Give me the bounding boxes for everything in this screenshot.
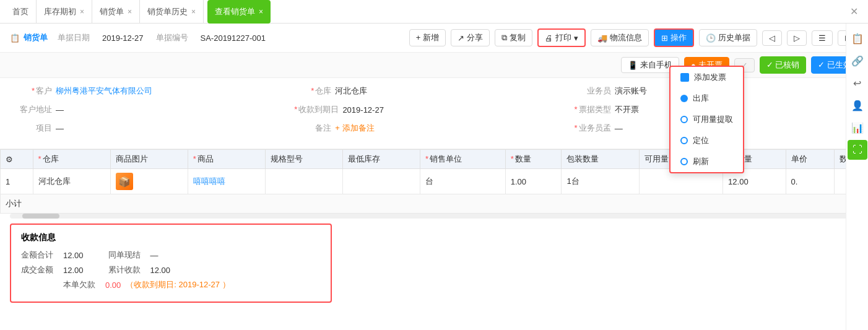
row-warehouse: 河北仓库 — [33, 169, 110, 194]
view-list[interactable]: ☰ — [812, 30, 833, 46]
tab-sales-history-label: 销货单历史 — [147, 6, 188, 17]
project-label: 项目 — [15, 123, 52, 134]
copy-button[interactable]: ⧉ 复制 — [495, 29, 532, 46]
tab-sales-close[interactable]: × — [128, 7, 132, 16]
customer-value[interactable]: 柳州粤港平安气体有限公司 — [56, 85, 294, 97]
tab-sales[interactable]: 销货单 × — [92, 0, 140, 24]
tab-home[interactable]: 首页 — [5, 0, 37, 24]
salesperson-label: 业务员孟 — [574, 123, 611, 134]
scroll-bar-area[interactable] — [10, 214, 858, 219]
total-amount-value: 12.00 — [63, 251, 84, 260]
scroll-bar-thumb[interactable] — [22, 214, 59, 219]
warehouse-label: 仓库 — [294, 85, 331, 97]
right-sidebar: 📋 🔗 ↩ 👤 📊 ⛶ — [846, 24, 868, 330]
sale-return-btn[interactable]: ✓ 已核销 — [760, 56, 807, 74]
sidebar-icon-chart[interactable]: 📊 — [848, 118, 867, 137]
sidebar-icon-user[interactable]: 👤 — [848, 95, 867, 115]
tab-view-sales-close[interactable]: × — [259, 7, 263, 16]
tab-inventory[interactable]: 库存期初 × — [37, 0, 92, 24]
transaction-value: 12.00 — [63, 266, 84, 275]
row-quantity: 1.00 — [505, 169, 562, 194]
locate-item[interactable]: 定位 — [671, 130, 743, 151]
tab-view-sales-label: 查看销货单 — [215, 6, 255, 17]
due-date-info: （收款到期日: 2019-12-27 ） — [126, 279, 230, 290]
outbound-item[interactable]: 出库 — [671, 88, 743, 109]
refresh-item[interactable]: 刷新 — [671, 151, 743, 172]
tab-sales-history[interactable]: 销货单历史 × — [140, 0, 204, 24]
th-unit-price: 单价 — [786, 150, 834, 169]
sidebar-icon-return[interactable]: ↩ — [848, 73, 867, 93]
warehouse-field: 仓库 河北仓库 — [294, 85, 573, 97]
sidebar-icon-expand[interactable]: ⛶ — [848, 140, 867, 160]
tab-inventory-label: 库存期初 — [44, 6, 76, 17]
logistics-icon: 🚚 — [597, 33, 607, 43]
total-amount-label: 金额合计 — [21, 250, 58, 261]
phone-icon: 📱 — [628, 61, 638, 70]
th-settings[interactable]: ⚙ — [1, 150, 33, 169]
number-value: SA-20191227-001 — [201, 33, 266, 43]
payment-info-title: 收款信息 — [21, 232, 321, 243]
accumulated-field: 累计收款 12.00 — [108, 264, 171, 276]
product-image: 📦 — [116, 173, 133, 190]
print-dropdown-arrow: ▾ — [574, 33, 578, 43]
customer-field: 客户 柳州粤港平安气体有限公司 — [15, 85, 294, 97]
note-field: 备注 + 添加备注 — [294, 123, 573, 134]
available-qty-label: 可用量提取 — [693, 114, 733, 125]
history-button[interactable]: 🕒 历史单据 — [699, 29, 757, 46]
refresh-label: 刷新 — [693, 156, 709, 167]
total-amount-field: 金额合计 12.00 — [21, 250, 84, 261]
accumulated-label: 累计收款 — [108, 264, 145, 276]
payment-row-1: 金额合计 12.00 同单现结 — — [21, 250, 321, 261]
doc-meta: 单据日期 2019-12-27 单据编号 SA-20191227-001 — [58, 32, 266, 43]
address-value: — — [56, 105, 294, 115]
add-invoice-item[interactable]: 添加发票 — [671, 67, 743, 88]
history-icon: 🕒 — [706, 33, 716, 43]
main-container: 📋 销货单 单据日期 2019-12-27 单据编号 SA-20191227-0… — [0, 24, 868, 330]
date-label: 单据日期 — [58, 32, 90, 43]
refresh-icon — [680, 158, 688, 165]
nav-prev[interactable]: ◁ — [762, 30, 782, 46]
tab-sales-label: 销货单 — [100, 6, 124, 17]
add-invoice-label: 添加发票 — [694, 72, 726, 83]
available-qty-item[interactable]: 可用量提取 — [671, 109, 743, 130]
transaction-field: 成交金额 12.00 — [21, 264, 84, 276]
payment-date-value: 2019-12-27 — [342, 105, 573, 115]
available-qty-icon — [680, 116, 688, 123]
payment-info-section: 收款信息 金额合计 12.00 同单现结 — 成交金额 12.00 累计收款 1… — [10, 224, 332, 303]
tab-sales-history-close[interactable]: × — [191, 7, 196, 16]
add-invoice-icon — [680, 73, 689, 82]
row-sales-unit: 台 — [420, 169, 505, 194]
tab-inventory-close[interactable]: × — [80, 7, 84, 16]
share-button[interactable]: ↗ 分享 — [451, 29, 490, 46]
row-unit-price: 0. — [786, 169, 834, 194]
th-quantity: 数量 — [505, 150, 562, 169]
add-note-btn[interactable]: + 添加备注 — [335, 123, 374, 134]
sidebar-icon-doc[interactable]: 📋 — [848, 28, 867, 48]
th-pack-qty: 包装数量 — [562, 150, 639, 169]
copy-icon: ⧉ — [501, 33, 507, 43]
nav-next[interactable]: ▷ — [787, 30, 807, 46]
warehouse-value: 河北仓库 — [335, 85, 573, 97]
row-index: 1 — [1, 169, 33, 194]
operations-button[interactable]: ⊞ 操作 — [654, 28, 694, 47]
sidebar-icon-link[interactable]: 🔗 — [848, 51, 867, 71]
subtotal-row: 小计 — [1, 194, 868, 214]
operator-label: 业务员 — [574, 85, 611, 97]
doc-title-text: 销货单 — [24, 32, 48, 43]
share-icon: ↗ — [458, 33, 464, 43]
payment-date-label: 收款到期日 — [294, 104, 339, 115]
print-button[interactable]: 🖨 打印 ▾ — [537, 28, 586, 47]
row-spec — [265, 169, 342, 194]
doc-icon: 📋 — [10, 33, 20, 43]
payment-row-3: 本单欠款 0.00 （收款到期日: 2019-12-27 ） — [21, 279, 321, 290]
locate-icon — [680, 137, 688, 144]
row-product[interactable]: 嘻嘻嘻嘻 — [188, 169, 265, 194]
th-warehouse: 仓库 — [33, 150, 110, 169]
logistics-button[interactable]: 🚚 物流信息 — [591, 29, 649, 46]
address-label: 客户地址 — [15, 104, 52, 115]
new-button[interactable]: + 新增 — [409, 29, 446, 46]
tab-view-sales[interactable]: 查看销货单 × — [207, 0, 271, 24]
locate-label: 定位 — [693, 135, 709, 146]
window-close[interactable]: ✕ — [845, 6, 863, 17]
th-spec: 规格型号 — [265, 150, 342, 169]
